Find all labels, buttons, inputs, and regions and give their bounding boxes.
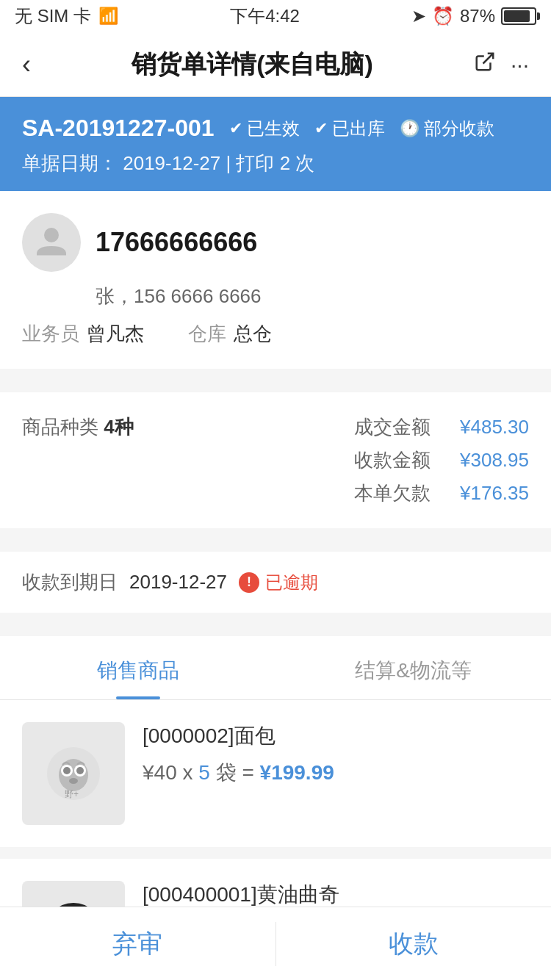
- status-partial-label: 部分收款: [424, 117, 494, 140]
- svg-point-8: [69, 778, 78, 784]
- back-button[interactable]: ‹: [22, 49, 31, 80]
- share-icon[interactable]: [474, 51, 496, 78]
- price-base-1: ¥40: [143, 761, 177, 784]
- battery-icon: [501, 7, 536, 25]
- status-right: ➤ ⏰ 87%: [411, 6, 536, 26]
- price-qty-1: 5: [198, 761, 210, 784]
- date-label: 单据日期：: [22, 152, 118, 174]
- svg-line-0: [483, 54, 493, 64]
- separator-1: [0, 381, 551, 392]
- product-info-1: [0000002]面包 ¥40 x 5 袋 = ¥199.99: [143, 722, 529, 787]
- location-icon: ➤: [411, 6, 426, 26]
- sales-meta: 业务员 曾凡杰: [22, 321, 144, 347]
- battery-percent: 87%: [460, 6, 495, 26]
- nav-bar: ‹ 销货单详情(来自电脑) ···: [0, 32, 551, 97]
- time-display: 下午4:42: [230, 4, 300, 28]
- avatar: [22, 213, 81, 272]
- due-date-card: 收款到期日 2019-12-27 ! 已逾期: [0, 552, 551, 613]
- tab-sales-products[interactable]: 销售商品: [0, 636, 276, 699]
- tab-settlement[interactable]: 结算&物流等: [276, 636, 551, 699]
- order-date-row: 单据日期： 2019-12-27 | 打印 2 次: [22, 151, 529, 176]
- check-icon-2: ✔: [314, 119, 328, 138]
- svg-point-7: [76, 767, 84, 774]
- sales-label: 业务员: [22, 321, 79, 347]
- nav-left[interactable]: ‹: [22, 49, 31, 80]
- receipt-amount-row: 收款金额 ¥308.95: [354, 447, 529, 473]
- warehouse-meta: 仓库 总仓: [188, 321, 272, 347]
- status-effective: ✔ 已生效: [229, 117, 300, 140]
- sales-name: 曾凡杰: [87, 321, 144, 347]
- nav-right[interactable]: ···: [474, 51, 529, 78]
- wifi-icon: 📶: [98, 7, 118, 26]
- status-shipped: ✔ 已出库: [314, 117, 385, 140]
- price-unit-1: 袋: [216, 761, 237, 784]
- deal-amount: ¥485.30: [460, 416, 529, 439]
- list-item: 野+ [0000002]面包 ¥40 x 5 袋 = ¥199.99: [0, 700, 551, 847]
- customer-id: 17666666666: [96, 227, 257, 258]
- price-total-1: ¥199.99: [260, 761, 334, 784]
- separator-3: [0, 624, 551, 636]
- svg-point-1: [44, 228, 59, 242]
- svg-point-6: [63, 767, 71, 774]
- customer-card: 17666666666 张，156 6666 6666 业务员 曾凡杰 仓库 总…: [0, 191, 551, 369]
- debt-amount: ¥176.35: [460, 482, 529, 505]
- product-name-2: [000400001]黄油曲奇: [143, 881, 529, 909]
- separator: |: [226, 152, 236, 174]
- cancel-button[interactable]: 弃审: [0, 907, 276, 980]
- price-eq-1: =: [242, 761, 259, 784]
- more-icon[interactable]: ···: [511, 52, 529, 77]
- clock-icon: 🕐: [400, 119, 419, 138]
- receipt-amount: ¥308.95: [460, 449, 529, 472]
- confirm-button[interactable]: 收款: [276, 907, 552, 980]
- order-header-top: SA-20191227-001 ✔ 已生效 ✔ 已出库 🕐 部分收款: [22, 115, 529, 142]
- product-price-1: ¥40 x 5 袋 = ¥199.99: [143, 759, 529, 787]
- receipt-amount-label: 收款金额: [354, 447, 431, 473]
- debt-amount-label: 本单欠款: [354, 480, 431, 506]
- overdue-icon: !: [239, 572, 259, 593]
- status-shipped-label: 已出库: [332, 117, 385, 140]
- order-header: SA-20191227-001 ✔ 已生效 ✔ 已出库 🕐 部分收款 单据日期：…: [0, 97, 551, 191]
- stats-left: 商品种类 4种: [22, 414, 134, 440]
- customer-meta: 业务员 曾凡杰 仓库 总仓: [22, 321, 529, 347]
- price-x-1: x: [183, 761, 199, 784]
- order-number: SA-20191227-001: [22, 115, 215, 142]
- status-effective-label: 已生效: [247, 117, 300, 140]
- due-label: 收款到期日: [22, 569, 118, 595]
- status-bar: 无 SIM 卡 📶 下午4:42 ➤ ⏰ 87%: [0, 0, 551, 32]
- debt-amount-row: 本单欠款 ¥176.35: [354, 480, 529, 506]
- product-name-1: [0000002]面包: [143, 722, 529, 750]
- stats-card: 商品种类 4种 成交金额 ¥485.30 收款金额 ¥308.95 本单欠款 ¥…: [0, 392, 551, 528]
- due-date: 2019-12-27: [129, 571, 227, 594]
- print-info: 打印 2 次: [236, 152, 314, 174]
- alarm-icon: ⏰: [432, 6, 454, 26]
- overdue-badge: ! 已逾期: [239, 571, 318, 594]
- customer-name: 张，156 6666 6666: [22, 284, 529, 309]
- overdue-text: 已逾期: [265, 571, 318, 594]
- warehouse-label: 仓库: [188, 321, 226, 347]
- order-date: 2019-12-27: [123, 152, 220, 174]
- svg-text:野+: 野+: [65, 789, 79, 799]
- warehouse-name: 总仓: [234, 321, 272, 347]
- deal-amount-row: 成交金额 ¥485.30: [354, 414, 529, 440]
- deal-amount-label: 成交金额: [354, 414, 431, 440]
- tabs[interactable]: 销售商品 结算&物流等: [0, 636, 551, 700]
- product-image-1: 野+: [22, 722, 125, 825]
- type-label: 商品种类: [22, 416, 98, 438]
- type-count: 4种: [104, 416, 133, 438]
- status-left: 无 SIM 卡 📶: [15, 4, 118, 28]
- check-icon-1: ✔: [229, 119, 242, 138]
- page-title: 销货单详情(来自电脑): [132, 48, 373, 82]
- battery-fill: [504, 10, 530, 22]
- carrier-text: 无 SIM 卡: [15, 4, 91, 28]
- bottom-bar[interactable]: 弃审 收款: [0, 907, 551, 980]
- stats-right: 成交金额 ¥485.30 收款金额 ¥308.95 本单欠款 ¥176.35: [354, 414, 529, 506]
- separator-2: [0, 540, 551, 552]
- customer-top: 17666666666: [22, 213, 529, 272]
- status-partial: 🕐 部分收款: [400, 117, 494, 140]
